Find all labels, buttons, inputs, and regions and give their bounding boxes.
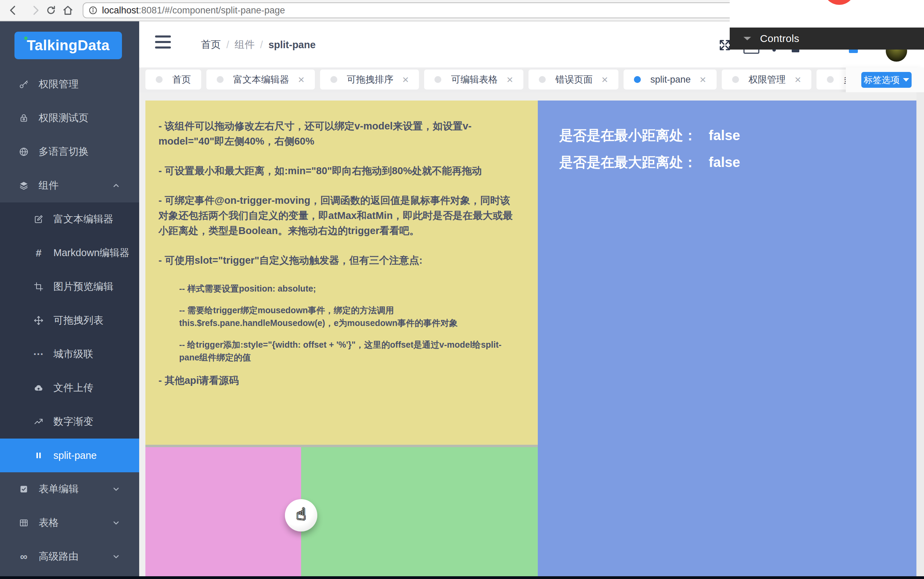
tab-label: 权限管理 (748, 73, 786, 86)
sidebar-subitem[interactable]: # Markdown编辑器 (0, 236, 139, 270)
tab-label: 富文本编辑器 (233, 73, 289, 86)
controls-label: Controls (760, 33, 799, 44)
sidebar-subitem[interactable]: 图片预览编辑 (0, 270, 139, 304)
sidebar-group-label: 表格 (39, 516, 59, 530)
logo-leaf-icon (24, 36, 28, 40)
sidebar-group[interactable]: ∞ 高级路由 (0, 540, 139, 574)
tab-list: 首页 × 富文本编辑器 × 可拖拽排序 × 可编辑表格 × 错误页面 × spl (145, 70, 924, 90)
tab-label: 错误页面 (555, 73, 592, 86)
menu-toggle-icon[interactable] (155, 36, 171, 50)
sidebar-subitem[interactable]: 富文本编辑器 (0, 203, 139, 236)
tab-close-icon[interactable]: × (506, 76, 513, 83)
doc-paragraph: - 可使用slot="trigger"自定义拖动触发器，但有三个注意点: (159, 253, 519, 268)
state-label: 是否是在最小距离处： (559, 126, 697, 145)
doc-paragraph: - 可绑定事件@on-trigger-moving，回调函数的返回值是鼠标事件对… (159, 193, 519, 238)
breadcrumb-current: split-pane (268, 39, 315, 51)
move-icon (33, 315, 44, 325)
tab-close-icon[interactable]: × (602, 76, 608, 83)
globe-icon (18, 147, 30, 157)
tab[interactable]: 可拖拽排序 × (320, 70, 419, 90)
pane-top-left: - 该组件可以拖动修改左右尺寸，还可以绑定v-model来设置，如设置v-mod… (145, 100, 538, 445)
tab-status-dot (156, 76, 162, 83)
infinity-icon: ∞ (18, 551, 30, 562)
lock-icon (18, 113, 30, 123)
sidebar-item[interactable]: 权限管理 (0, 67, 139, 101)
breadcrumb-home[interactable]: 首页 (201, 38, 221, 52)
sidebar-group-components[interactable]: 组件 (0, 168, 139, 203)
sidebar-subitem[interactable]: ··· 城市级联 (0, 337, 139, 371)
sidebar-item[interactable]: 权限测试页 (0, 101, 139, 135)
horizontal-trigger[interactable] (145, 445, 538, 447)
doc-paragraph: - 该组件可以拖动修改左右尺寸，还可以绑定v-model来设置，如设置v-mod… (159, 118, 519, 149)
sidebar-subitem-label: 文件上传 (53, 381, 94, 395)
layers-icon (18, 180, 30, 191)
red-indicator (824, 0, 855, 5)
doc-paragraph: -- 需要给trigger绑定mousedown事件，绑定的方法调用this.$… (179, 304, 519, 329)
tab[interactable]: 权限管理 × (722, 70, 812, 90)
sidebar-item-label: 多语言切换 (39, 145, 89, 159)
sidebar-group[interactable]: 表单编辑 (0, 472, 139, 506)
components-submenu: 富文本编辑器 # Markdown编辑器 图片预览编辑 可拖拽列表 ··· 城市… (0, 203, 139, 472)
tag-options-button[interactable]: 标签选项 (861, 72, 912, 88)
refresh-icon[interactable] (45, 5, 57, 16)
chevron-down-icon (111, 484, 121, 494)
pane-right: 是否是在最小距离处： false 是否是在最大距离处： false (538, 100, 916, 576)
doc-paragraph: - 可设置最小和最大距离，如:min="80"即向右拖动到80%处就不能再拖动 (159, 163, 519, 178)
tab-label: split-pane (650, 74, 691, 85)
cloud-icon (33, 383, 44, 393)
pane-bottom-left (145, 447, 301, 576)
trend-icon (33, 417, 44, 427)
tab-status-dot (217, 76, 223, 83)
tab-status-dot (827, 76, 834, 83)
chevron-up-icon (111, 180, 121, 191)
edit-icon (33, 214, 44, 224)
sidebar-subitem[interactable]: split-pane (0, 438, 139, 472)
tab-status-dot (539, 76, 546, 83)
sidebar-subitem[interactable]: 可拖拽列表 (0, 304, 139, 337)
table-icon (18, 518, 30, 528)
site-info-icon[interactable] (88, 5, 98, 15)
tab[interactable]: 错误页面 × (528, 70, 619, 90)
back-icon[interactable] (7, 5, 19, 16)
sidebar-item[interactable]: 多语言切换 (0, 135, 139, 168)
sidebar-subitem-label: 富文本编辑器 (53, 213, 113, 226)
state-label: 是否是在最大距离处： (559, 153, 697, 172)
sidebar-item-label: 权限管理 (39, 77, 79, 91)
tab[interactable]: 富文本编辑器 × (206, 70, 315, 90)
hand-cursor-icon: ☝ (296, 504, 306, 523)
chevron-down-icon (111, 551, 121, 562)
sidebar-group-label: 组件 (39, 179, 59, 193)
pane-bottom-right (301, 447, 538, 576)
forward-icon[interactable] (30, 5, 41, 16)
doc-paragraph: -- 给trigger添加:style="{width: offset + '%… (179, 339, 519, 364)
sidebar-subitem[interactable]: 数字渐变 (0, 405, 139, 438)
tab-close-icon[interactable]: × (298, 76, 305, 83)
sidebar-subitem[interactable]: 文件上传 (0, 371, 139, 405)
sidebar-subitem-label: split-pane (53, 450, 97, 461)
doc-paragraph: -- 样式需要设置position: absolute; (179, 282, 519, 295)
tab[interactable]: split-pane × (624, 70, 717, 90)
breadcrumb-components[interactable]: 组件 (235, 38, 254, 52)
tab[interactable]: 可编辑表格 × (424, 70, 524, 90)
caret-down-icon (903, 78, 909, 82)
state-row: 是否是在最大距离处： false (559, 154, 740, 171)
logo[interactable]: TalkingData (15, 32, 122, 59)
controls-header[interactable]: Controls (730, 28, 924, 49)
doc-paragraph: - 其他api请看源码 (159, 373, 519, 388)
scrollbar-track[interactable] (916, 92, 924, 576)
sidebar-item-label: 权限测试页 (39, 111, 89, 125)
tab-label: 可编辑表格 (451, 73, 497, 86)
tab-close-icon[interactable]: × (700, 76, 706, 83)
tab-close-icon[interactable]: × (795, 76, 801, 83)
tab-close-icon[interactable]: × (402, 76, 409, 83)
ellipsis-icon: ··· (33, 349, 44, 359)
desktop-edge (0, 576, 924, 579)
sidebar-group-label: 表单编辑 (39, 482, 79, 496)
home-icon[interactable] (62, 5, 74, 16)
sidebar-group[interactable]: 表格 (0, 506, 139, 540)
crop-icon (33, 281, 44, 292)
logo-text: TalkingData (27, 37, 110, 54)
url-text: localhost:8081/#/component/split-pane-pa… (102, 5, 285, 16)
drag-handle[interactable]: ☝ (285, 499, 317, 532)
tab[interactable]: 首页 × (145, 70, 201, 90)
